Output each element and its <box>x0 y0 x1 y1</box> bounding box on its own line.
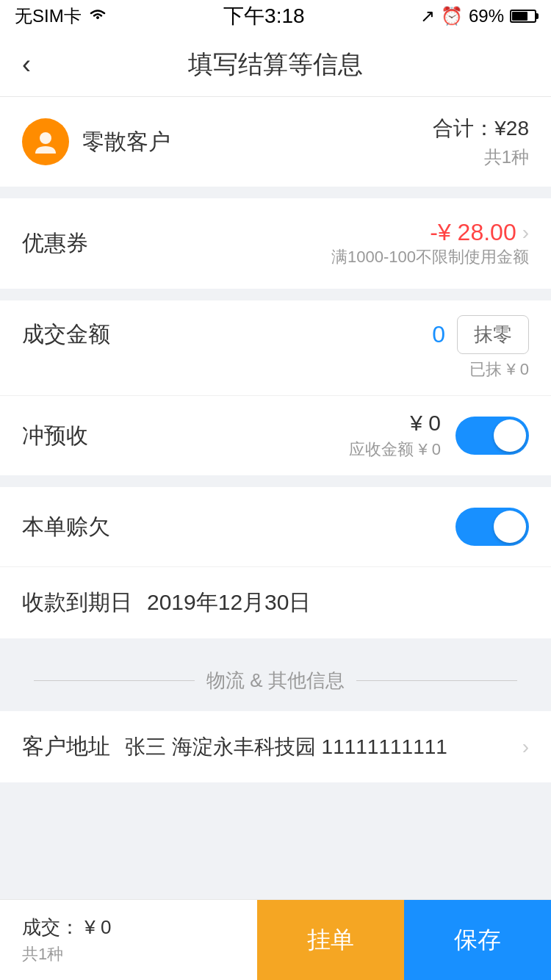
deal-label: 成交： <box>22 916 79 938</box>
transaction-row: 成交金额 0 抹零 已抹 ¥ 0 <box>0 300 551 396</box>
credit-toggle[interactable] <box>455 508 529 546</box>
transaction-deducted: 已抹 ¥ 0 <box>22 359 529 381</box>
bottom-summary: 成交： ¥ 0 共1种 <box>0 900 257 980</box>
duedate-value: 2019年12月30日 <box>147 588 311 618</box>
status-left: 无SIM卡 <box>15 4 108 28</box>
total-amount: 合计：¥28 <box>433 115 529 143</box>
advance-receivable: 应收金额 ¥ 0 <box>349 439 441 461</box>
coupon-discount: -¥ 28.00 <box>430 219 516 246</box>
advance-label: 冲预收 <box>22 421 125 451</box>
address-row[interactable]: 客户地址 张三 海淀永丰科技园 11111111111 › <box>0 711 551 782</box>
battery-icon <box>510 10 536 23</box>
deducted-label: 已抹 ¥ 0 <box>469 359 529 381</box>
coupon-desc: 满1000-100不限制使用金额 <box>331 246 529 268</box>
round-button[interactable]: 抹零 <box>457 315 529 354</box>
signal-text: 无SIM卡 <box>15 4 82 28</box>
bottom-deal: 成交： ¥ 0 <box>22 915 235 940</box>
nav-bar: ‹ 填写结算等信息 <box>0 32 551 97</box>
advance-toggle[interactable] <box>455 417 529 455</box>
transaction-label: 成交金额 <box>22 320 125 350</box>
content: 零散客户 合计：¥28 共1种 优惠券 -¥ 28.00 › 满1000-100… <box>0 97 551 871</box>
total-count: 共1种 <box>433 145 529 169</box>
hang-button[interactable]: 挂单 <box>257 900 404 980</box>
deal-amount: ¥ 0 <box>84 916 111 938</box>
bottom-count: 共1种 <box>22 943 235 965</box>
credit-section: 本单赊欠 收款到期日 2019年12月30日 <box>0 487 551 638</box>
customer-left: 零散客户 <box>22 118 170 165</box>
credit-label: 本单赊欠 <box>22 512 125 542</box>
transaction-section: 成交金额 0 抹零 已抹 ¥ 0 冲预收 ¥ 0 应收金额 ¥ 0 <box>0 300 551 475</box>
svg-point-0 <box>40 132 51 144</box>
advance-right: ¥ 0 应收金额 ¥ 0 <box>349 411 529 461</box>
avatar <box>22 118 69 165</box>
coupon-section: 优惠券 -¥ 28.00 › 满1000-100不限制使用金额 <box>0 198 551 289</box>
back-button[interactable]: ‹ <box>22 49 31 80</box>
duedate-row: 收款到期日 2019年12月30日 <box>0 566 551 638</box>
advance-amounts: ¥ 0 应收金额 ¥ 0 <box>349 411 441 461</box>
advance-amount: ¥ 0 <box>349 411 441 436</box>
address-label: 客户地址 <box>22 732 110 762</box>
divider <box>0 638 551 650</box>
battery-percent: 69% <box>469 6 504 26</box>
credit-row: 本单赊欠 <box>0 487 551 566</box>
status-time: 下午3:18 <box>223 2 305 30</box>
coupon-label: 优惠券 <box>22 228 125 259</box>
bottom-bar: 成交： ¥ 0 共1种 挂单 保存 <box>0 899 551 980</box>
alarm-icon: ⏰ <box>441 6 463 26</box>
status-bar: 无SIM卡 下午3:18 ↗ ⏰ 69% <box>0 0 551 32</box>
wifi-icon <box>87 6 108 26</box>
transaction-value: 0 <box>432 321 445 348</box>
duedate-label: 收款到期日 <box>22 588 132 618</box>
logistics-header: 物流 & 其他信息 <box>0 650 551 711</box>
save-button[interactable]: 保存 <box>404 900 551 980</box>
customer-totals: 合计：¥28 共1种 <box>433 115 529 169</box>
chevron-right-icon: › <box>522 221 529 245</box>
status-right: ↗ ⏰ 69% <box>420 6 536 26</box>
credit-toggle-knob <box>494 511 526 543</box>
location-icon: ↗ <box>420 6 435 26</box>
coupon-row[interactable]: 优惠券 -¥ 28.00 › 满1000-100不限制使用金额 <box>0 198 551 289</box>
address-chevron-icon: › <box>522 735 529 759</box>
address-value: 张三 海淀永丰科技园 11111111111 <box>125 733 516 761</box>
logistics-title: 物流 & 其他信息 <box>206 668 345 693</box>
transaction-top: 成交金额 0 抹零 <box>22 315 529 354</box>
customer-row: 零散客户 合计：¥28 共1种 <box>0 97 551 187</box>
toggle-knob <box>494 419 526 452</box>
transaction-amount-area: 0 抹零 <box>432 315 529 354</box>
page-title: 填写结算等信息 <box>188 48 363 82</box>
advance-row: 冲预收 ¥ 0 应收金额 ¥ 0 <box>0 396 551 475</box>
customer-name: 零散客户 <box>82 127 170 157</box>
coupon-right: -¥ 28.00 › 满1000-100不限制使用金额 <box>331 219 529 268</box>
